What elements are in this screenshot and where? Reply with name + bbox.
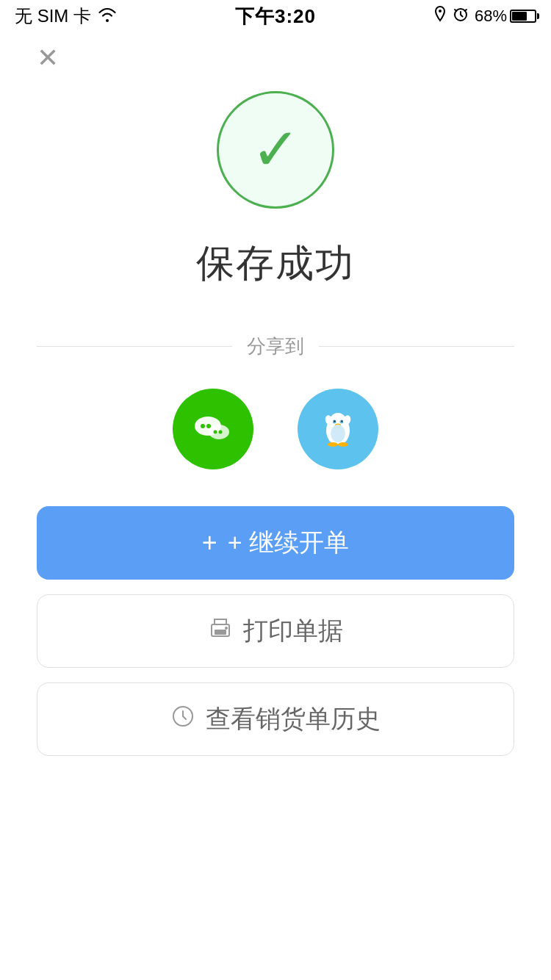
main-content: ✓ 保存成功 分享到 <box>0 32 551 756</box>
svg-point-15 <box>328 442 338 447</box>
svg-point-3 <box>201 424 205 428</box>
battery-icon <box>510 10 536 23</box>
divider-left <box>37 346 232 347</box>
success-title: 保存成功 <box>196 238 355 289</box>
action-buttons: + + 继续开单 打印单据 查看销货 <box>0 506 551 756</box>
svg-point-17 <box>331 425 345 442</box>
wechat-icon <box>190 406 237 453</box>
continue-button[interactable]: + + 继续开单 <box>37 506 514 580</box>
share-divider: 分享到 <box>37 334 514 359</box>
share-section: 分享到 <box>0 334 551 469</box>
share-label: 分享到 <box>247 334 304 359</box>
status-bar: 无 SIM 卡 下午3:20 68% <box>0 0 551 32</box>
svg-rect-21 <box>215 630 226 635</box>
svg-point-22 <box>225 627 228 630</box>
svg-point-12 <box>334 420 335 422</box>
location-icon <box>433 6 447 26</box>
checkmark-icon: ✓ <box>251 120 300 179</box>
history-button[interactable]: 查看销货单历史 <box>37 682 514 756</box>
close-button[interactable]: ✕ <box>29 40 66 76</box>
svg-point-0 <box>439 10 442 12</box>
svg-point-16 <box>338 442 348 447</box>
print-button[interactable]: 打印单据 <box>37 594 514 668</box>
battery-percent: 68% <box>475 7 507 26</box>
wifi-icon <box>97 6 118 26</box>
status-time: 下午3:20 <box>235 4 316 29</box>
svg-point-4 <box>206 424 211 428</box>
history-icon <box>170 704 195 735</box>
history-label: 查看销货单历史 <box>206 702 381 736</box>
svg-point-7 <box>218 430 222 433</box>
battery-indicator: 68% <box>475 7 536 26</box>
print-label: 打印单据 <box>243 614 343 648</box>
alarm-icon <box>453 6 469 26</box>
status-right: 68% <box>433 6 536 26</box>
sim-status: 无 SIM 卡 <box>15 4 91 28</box>
continue-plus-icon: + <box>202 527 217 558</box>
continue-label: + 继续开单 <box>228 526 349 560</box>
share-icons <box>37 389 514 469</box>
qq-icon <box>316 407 360 451</box>
success-circle: ✓ <box>217 91 334 209</box>
close-icon: ✕ <box>37 45 59 71</box>
svg-point-6 <box>213 430 217 433</box>
divider-right <box>319 346 514 347</box>
status-left: 无 SIM 卡 <box>15 4 118 28</box>
wechat-share-button[interactable] <box>173 389 253 469</box>
qq-share-button[interactable] <box>298 389 378 469</box>
svg-point-13 <box>341 420 342 422</box>
print-icon <box>208 616 233 646</box>
